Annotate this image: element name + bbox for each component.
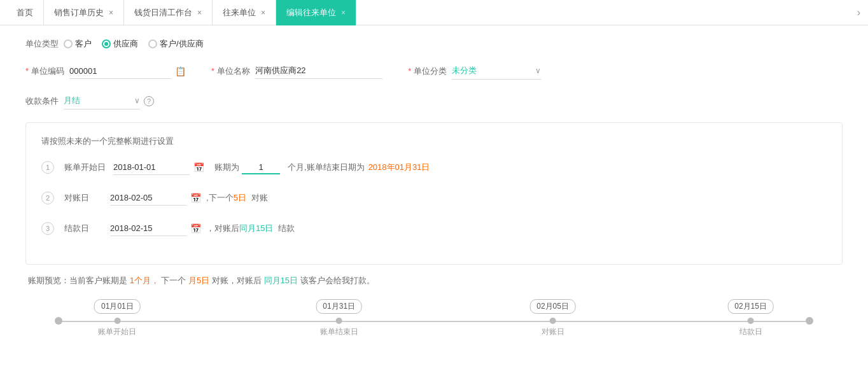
tl-label-2: 账单结束日: [320, 327, 358, 337]
tab-close-cash[interactable]: ×: [197, 8, 202, 17]
unit-type-row: 单位类型 客户 供应商 客户/供应商: [25, 38, 843, 50]
tl-badge-3: 02月05日: [529, 299, 576, 314]
preview-end: 该客户会给我打款。: [300, 276, 375, 285]
radio-customer[interactable]: 客户: [64, 38, 92, 50]
step-1-period-end: 2018年01月31日: [368, 162, 430, 173]
unit-category-select[interactable]: 未分类 ∨: [452, 62, 541, 80]
unit-info-row: * 单位编码 📋 * 单位名称 * 单位分类 未分类 ∨: [25, 62, 843, 80]
unit-code-label: 单位编码: [31, 66, 64, 77]
section-title: 请按照未来的一个完整帐期进行设置: [41, 136, 827, 147]
step-3-number: 3: [41, 222, 54, 235]
step-2-calendar-icon[interactable]: 📅: [190, 193, 201, 203]
step-1-period-unit: 个月,账单结束日期为: [288, 162, 365, 173]
step-3-label: 结款日: [64, 223, 102, 234]
radio-supplier-circle: [102, 39, 111, 48]
payment-row: 收款条件 月结 ∨ ?: [25, 92, 843, 109]
tl-point-2: 01月31日 账单结束日: [316, 299, 362, 337]
tab-close-sales[interactable]: ×: [109, 8, 113, 17]
payment-select[interactable]: 月结 ∨: [64, 92, 140, 109]
step-2-desc-highlight: 5日: [234, 192, 246, 204]
unit-code-icon[interactable]: 📋: [175, 66, 186, 76]
unit-category-star: *: [408, 66, 411, 76]
tl-label-1: 账单开始日: [98, 327, 136, 337]
tab-more-arrow[interactable]: ›: [850, 7, 868, 18]
radio-both-circle: [148, 39, 157, 48]
unit-name-star: *: [211, 66, 214, 76]
unit-name-field: * 单位名称: [211, 64, 382, 79]
preview-after: 对账，对账后: [212, 276, 262, 285]
tl-dot-2: [336, 318, 342, 324]
preview-prefix: 账期预览：当前客户账期是: [28, 276, 127, 285]
tab-bar: 首页 销售订单历史 × 钱货日清工作台 × 往来单位 × 编辑往来单位 × ›: [0, 0, 868, 25]
preview-highlight1: 1个月，: [130, 276, 159, 285]
step-3-date-input[interactable]: [110, 221, 186, 236]
tl-dot-4: [748, 318, 754, 324]
timeline-right-dot: [806, 317, 813, 325]
tab-sales-history[interactable]: 销售订单历史 ×: [44, 0, 124, 25]
step-2-number: 2: [41, 192, 54, 204]
payment-label: 收款条件: [25, 95, 59, 107]
step-1-number: 1: [41, 161, 54, 174]
preview-highlight3: 同月15日: [264, 276, 298, 285]
step-2-desc-suffix: 对账: [251, 192, 268, 204]
tl-point-3: 02月05日 对账日: [529, 299, 576, 337]
step-3-calendar-icon[interactable]: 📅: [190, 223, 201, 234]
step-1-label: 账单开始日: [64, 162, 106, 173]
step-2-row: 2 对账日 📅 ,下一个 5日 对账: [41, 190, 827, 206]
preview-text: 账期预览：当前客户账期是 1个月， 下一个 月5日 对账，对账后 同月15日 该…: [25, 275, 843, 286]
step-3-row: 3 结款日 📅 ，对账后 同月15日 结款: [41, 221, 827, 236]
preview-highlight2: 月5日: [188, 276, 209, 285]
unit-name-label: 单位名称: [217, 66, 250, 77]
tab-home[interactable]: 首页: [6, 0, 44, 25]
tl-badge-1: 01月01日: [94, 299, 141, 314]
unit-type-label: 单位类型: [25, 38, 59, 50]
unit-category-field: * 单位分类 未分类 ∨: [408, 62, 541, 80]
step-1-date-input[interactable]: [113, 160, 190, 175]
tab-close-edit[interactable]: ×: [341, 8, 346, 17]
tl-dot-3: [550, 318, 556, 324]
timeline-rail: [57, 321, 811, 322]
tl-label-3: 对账日: [542, 327, 564, 337]
radio-supplier[interactable]: 供应商: [102, 38, 138, 50]
step-3-desc-highlight: 同月15日: [239, 223, 273, 234]
step-1-calendar-icon[interactable]: 📅: [193, 162, 204, 172]
unit-code-input[interactable]: [69, 64, 171, 79]
preview-mid: 下一个: [161, 276, 186, 285]
tl-point-1: 01月01日 账单开始日: [94, 299, 141, 337]
step-2-desc-prefix: ,下一个: [206, 192, 234, 204]
step-3-desc-prefix: ，对账后: [206, 223, 239, 234]
tl-dot-1: [114, 318, 120, 324]
tab-partner-list[interactable]: 往来单位 ×: [213, 0, 276, 25]
category-dropdown-icon: ∨: [535, 66, 541, 75]
radio-both[interactable]: 客户/供应商: [148, 38, 204, 50]
payment-help-icon[interactable]: ?: [144, 96, 154, 106]
tab-close-partner[interactable]: ×: [261, 8, 265, 17]
timeline-left-dot: [55, 317, 62, 325]
payment-value: 月结: [64, 95, 129, 106]
tab-cash-work[interactable]: 钱货日清工作台 ×: [124, 0, 213, 25]
tl-badge-4: 02月15日: [727, 299, 774, 314]
step-2-label: 对账日: [64, 192, 102, 204]
unit-code-field: * 单位编码 📋: [25, 64, 186, 79]
tl-point-4: 02月15日 结款日: [727, 299, 774, 337]
unit-name-input[interactable]: [255, 64, 382, 79]
step-1-period-label: 账期为: [214, 162, 239, 173]
step-1-row: 1 账单开始日 📅 账期为 个月,账单结束日期为 2018年01月31日: [41, 160, 827, 175]
unit-category-value: 未分类: [452, 65, 530, 76]
payment-dropdown-icon: ∨: [134, 96, 140, 105]
main-content: 单位类型 客户 供应商 客户/供应商 * 单位编码 📋 * 单位名称: [0, 25, 868, 387]
radio-customer-circle: [64, 39, 73, 48]
step-2-date-input[interactable]: [110, 190, 186, 206]
tl-label-4: 结款日: [739, 327, 762, 337]
unit-code-star: *: [25, 66, 29, 76]
unit-category-label: 单位分类: [414, 66, 447, 77]
step-1-period-input[interactable]: [242, 161, 280, 174]
settings-section: 请按照未来的一个完整帐期进行设置 1 账单开始日 📅 账期为 个月,账单结束日期…: [25, 122, 843, 265]
tab-edit-partner[interactable]: 编辑往来单位 ×: [276, 0, 356, 25]
timeline: 01月01日 账单开始日 01月31日 账单结束日 02月05日 对账日 02月…: [38, 299, 830, 350]
tl-badge-2: 01月31日: [316, 299, 362, 314]
step-3-desc-suffix: 结款: [278, 223, 295, 234]
unit-type-radio-group: 客户 供应商 客户/供应商: [64, 38, 204, 50]
